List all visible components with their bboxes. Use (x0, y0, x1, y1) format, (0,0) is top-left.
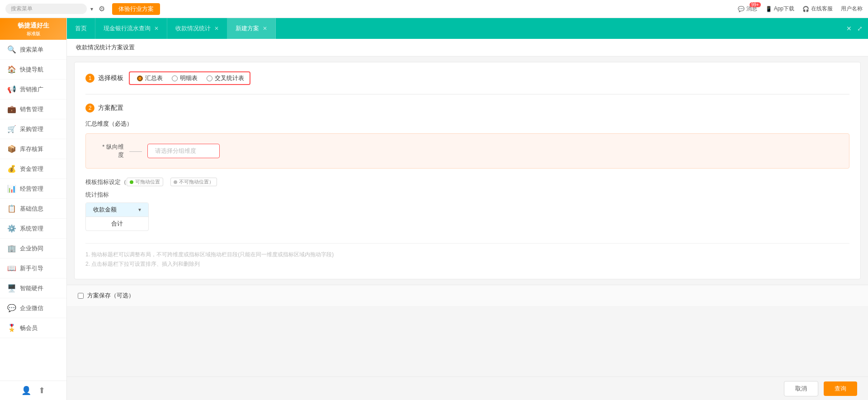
radio-huizong[interactable]: 汇总表 (137, 74, 163, 82)
finance-icon: 💰 (7, 165, 16, 173)
sidebar-item-search[interactable]: 🔍 搜索菜单 (0, 40, 66, 60)
sidebar-item-guide[interactable]: 📖 新手引导 (0, 259, 66, 278)
tab-close-receivable[interactable]: ✕ (214, 25, 219, 32)
logo-line1: 畅捷通好生 (18, 21, 49, 29)
sidebar-logo: 畅捷通好生 标准版 (0, 18, 66, 40)
sidebar-item-purchase[interactable]: 🛒 采购管理 (0, 119, 66, 139)
metrics-col-stats-label: 统计指标 收款金额 ▾ 合计 (85, 191, 149, 232)
step2-label: 方案配置 (98, 104, 123, 112)
metrics-columns: 统计指标 收款金额 ▾ 合计 (85, 191, 849, 232)
metrics-table: 收款金额 ▾ 合计 (85, 202, 149, 231)
sales-icon: 💼 (7, 105, 16, 113)
right-panel: 首页 现金银行流水查询 ✕ 收款情况统计 ✕ 新建方案 ✕ ✕ ⤢ (67, 18, 868, 400)
sidebar-item-system[interactable]: ⚙️ 系统管理 (0, 219, 66, 239)
bottom-bar: 取消 查询 (67, 376, 868, 400)
sidebar-item-management[interactable]: 📊 经营管理 (0, 179, 66, 199)
page-title: 收款情况统计方案设置 (76, 44, 135, 51)
sidebar-item-label: 销售管理 (20, 105, 43, 113)
save-label[interactable]: 方案保存（可选） (87, 292, 134, 300)
hardware-icon: 🖥️ (7, 284, 16, 292)
main-layout: 畅捷通好生 标准版 🔍 搜索菜单 🏠 快捷导航 📢 营销推广 💼 销售管理 🛒 … (0, 18, 868, 400)
sidebar-item-label: 企业协同 (20, 245, 43, 253)
radio-mingxi-input[interactable] (172, 75, 178, 81)
sidebar-item-inventory[interactable]: 📦 库存核算 (0, 139, 66, 159)
sidebar-item-base-info[interactable]: 📋 基础信息 (0, 199, 66, 219)
tab-receivable[interactable]: 收款情况统计 ✕ (167, 18, 227, 39)
radio-jiaocha[interactable]: 交叉统计表 (207, 74, 244, 82)
sidebar-item-label: 采购管理 (20, 125, 43, 133)
sidebar-item-enterprise[interactable]: 🏢 企业协同 (0, 239, 66, 259)
sidebar-item-nav[interactable]: 🏠 快捷导航 (0, 60, 66, 80)
tab-bar: 首页 现金银行流水查询 ✕ 收款情况统计 ✕ 新建方案 ✕ ✕ ⤢ (67, 18, 868, 39)
metrics-chevron-icon[interactable]: ▾ (138, 207, 141, 213)
sidebar-item-label: 系统管理 (20, 225, 43, 233)
sidebar-item-marketing[interactable]: 📢 营销推广 (0, 80, 66, 99)
dim-row-vertical: * 纵向维度 —— 请选择分组维度 (97, 143, 838, 159)
step2-header: 2 方案配置 (85, 104, 849, 113)
section-divider-1 (85, 94, 849, 94)
header-right: 💬 消息 99+ 📱 App下载 🎧 在线客服 用户名称 (738, 5, 863, 13)
wechat-icon: 💬 (7, 304, 16, 312)
sidebar-item-hardware[interactable]: 🖥️ 智能硬件 (0, 278, 66, 298)
tab-maximize-icon[interactable]: ⤢ (857, 25, 863, 32)
marketing-icon: 📢 (7, 85, 16, 94)
radio-mingxi[interactable]: 明细表 (172, 74, 198, 82)
movable-dot (130, 180, 133, 184)
online-service-btn[interactable]: 🎧 在线客服 (802, 5, 833, 13)
radio-jiaocha-input[interactable] (207, 75, 212, 81)
cancel-button[interactable]: 取消 (784, 381, 818, 396)
inventory-icon: 📦 (7, 145, 16, 153)
tip-1: 1. 拖动标题栏可以调整布局，不可跨维度或指标区域拖动栏目段(只能在同一维度或指… (85, 251, 849, 259)
tip-2: 2. 点击标题栏下拉可设置排序、插入列和删除列 (85, 260, 849, 268)
form-card: 1 选择模板 汇总表 明细表 (74, 62, 861, 279)
unmovable-tag: 不可拖动位置） (170, 178, 217, 186)
trial-btn[interactable]: 体验行业方案 (112, 3, 160, 15)
top-header: 搜索菜单 ▾ ⚙ 体验行业方案 💬 消息 99+ 📱 App下载 🎧 在线客服 … (0, 0, 868, 18)
sidebar-item-label: 营销推广 (20, 85, 43, 94)
message-btn[interactable]: 💬 消息 99+ (738, 5, 757, 13)
service-icon: 🎧 (802, 6, 809, 12)
dim-select[interactable]: 请选择分组维度 (147, 144, 220, 158)
gear-icon[interactable]: ⚙ (99, 5, 105, 13)
sidebar-item-member[interactable]: 🎖️ 畅会员 (0, 318, 66, 338)
sidebar-item-label: 快捷导航 (20, 66, 43, 74)
base-info-icon: 📋 (7, 204, 16, 213)
metrics-section: 模板指标设定（ 可拖动位置 不可拖动位置） 统计指标 (85, 178, 849, 232)
query-button[interactable]: 查询 (824, 381, 857, 396)
tab-close-cash-flow[interactable]: ✕ (154, 25, 159, 32)
template-selector-box: 汇总表 明细表 交叉统计表 (129, 71, 250, 85)
sidebar-item-wechat[interactable]: 💬 企业微信 (0, 298, 66, 318)
sidebar-item-label: 新手引导 (20, 264, 43, 273)
search-bar[interactable]: 搜索菜单 (5, 4, 87, 14)
logo-line2: 标准版 (18, 31, 49, 37)
enterprise-icon: 🏢 (7, 244, 16, 253)
app-download-btn[interactable]: 📱 App下载 (765, 5, 794, 13)
sidebar-bottom-icon-2[interactable]: ⬆ (38, 386, 45, 395)
tab-new-plan[interactable]: 新建方案 ✕ (227, 18, 276, 39)
guide-icon: 📖 (7, 264, 16, 273)
purchase-icon: 🛒 (7, 125, 16, 133)
tab-home[interactable]: 首页 (67, 18, 95, 39)
radio-huizong-label: 汇总表 (145, 74, 163, 82)
dropdown-arrow-icon[interactable]: ▾ (90, 6, 93, 12)
management-icon: 📊 (7, 184, 16, 193)
metrics-table-header[interactable]: 收款金额 ▾ (86, 203, 148, 216)
save-checkbox[interactable] (78, 293, 84, 299)
dim-vertical-label: * 纵向维度 (97, 143, 124, 159)
sidebar-bottom-icon-1[interactable]: 👤 (21, 386, 31, 395)
tab-bar-right-actions: ✕ ⤢ (841, 18, 868, 39)
tab-close-new-plan[interactable]: ✕ (263, 25, 267, 32)
sidebar-item-finance[interactable]: 💰 资金管理 (0, 159, 66, 179)
user-name[interactable]: 用户名称 (841, 5, 863, 13)
radio-huizong-input[interactable] (137, 75, 143, 81)
step1-label: 选择模板 (98, 74, 123, 82)
sidebar-item-label: 企业微信 (20, 304, 43, 312)
sidebar-item-label: 资金管理 (20, 165, 43, 173)
unmovable-dot (174, 180, 177, 184)
system-icon: ⚙️ (7, 224, 16, 233)
tab-cash-flow[interactable]: 现金银行流水查询 ✕ (95, 18, 167, 39)
save-section: 方案保存（可选） (67, 285, 868, 306)
sidebar-bottom: 👤 ⬆ (0, 381, 66, 400)
sidebar-item-sales[interactable]: 💼 销售管理 (0, 99, 66, 119)
tab-close-all-icon[interactable]: ✕ (846, 25, 852, 32)
